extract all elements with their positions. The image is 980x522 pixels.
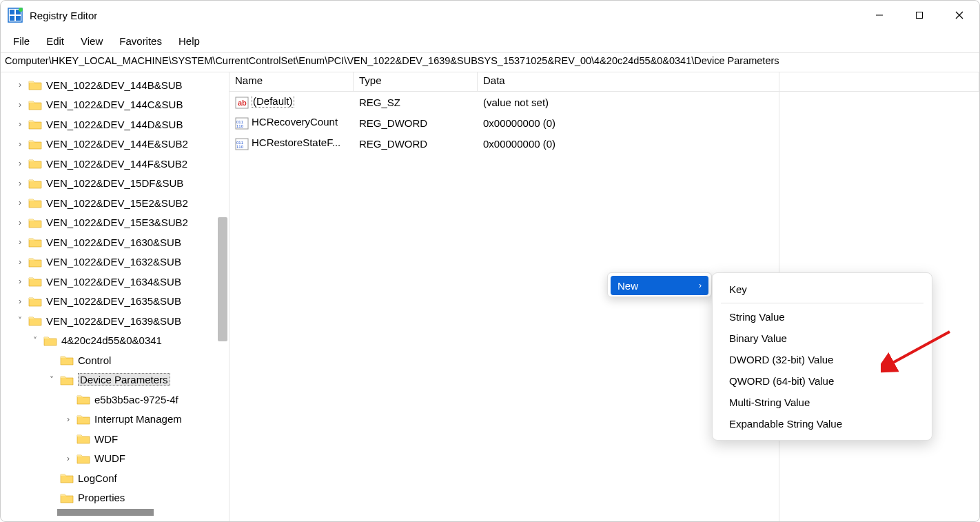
content-area: ›VEN_1022&DEV_144B&SUB›VEN_1022&DEV_144C… <box>1 72 979 522</box>
folder-icon <box>28 79 42 90</box>
tree-node-label: 4&20c24d55&0&0341 <box>61 334 162 346</box>
tree-node[interactable]: ›VEN_1022&DEV_144C&SUB <box>1 95 229 115</box>
submenu-item[interactable]: Key <box>713 279 932 300</box>
value-data: 0x00000000 (0) <box>478 117 979 129</box>
tree-node-label: VEN_1022&DEV_144B&SUB <box>46 79 183 91</box>
tree-node[interactable]: ›VEN_1022&DEV_1634&SUB <box>1 272 229 292</box>
value-type: REG_DWORD <box>354 117 478 129</box>
value-name: (Default) <box>252 95 294 108</box>
tree-node[interactable]: ›VEN_1022&DEV_144F&SUB2 <box>1 154 229 174</box>
tree-node[interactable]: e5b3b5ac-9725-4f <box>1 390 229 410</box>
chevron-right-icon[interactable]: › <box>14 139 25 149</box>
tree-node-label: WUDF <box>94 452 125 464</box>
list-row[interactable]: 011110HCRecoveryCountREG_DWORD0x00000000… <box>229 112 979 133</box>
tree-node[interactable]: ›VEN_1022&DEV_1630&SUB <box>1 232 229 252</box>
tree-node-label: e5b3b5ac-9725-4f <box>94 394 178 405</box>
tree-node[interactable]: ›VEN_1022&DEV_144E&SUB2 <box>1 134 229 154</box>
tree-node[interactable]: Properties <box>1 488 229 508</box>
list-pane[interactable]: Name Type Data ab(Default)REG_SZ(value n… <box>229 72 979 522</box>
chevron-right-icon[interactable]: › <box>14 100 25 110</box>
submenu-item[interactable]: String Value <box>713 306 932 328</box>
list-row[interactable]: 011110HCRestoreStateF...REG_DWORD0x00000… <box>229 133 979 154</box>
column-header-data[interactable]: Data <box>478 72 979 91</box>
tree-node-label: VEN_1022&DEV_15DF&SUB <box>46 177 183 189</box>
tree-pane[interactable]: ›VEN_1022&DEV_144B&SUB›VEN_1022&DEV_144C… <box>1 72 229 522</box>
context-menu-new[interactable]: New › <box>611 276 708 295</box>
chevron-right-icon[interactable]: › <box>14 119 25 129</box>
tree-node[interactable]: WDF <box>1 429 229 449</box>
value-data: 0x00000000 (0) <box>478 138 979 150</box>
tree-node-label: VEN_1022&DEV_144D&SUB <box>46 119 183 130</box>
tree-node-label: Device Parameters <box>78 373 170 386</box>
maximize-button[interactable] <box>899 1 939 30</box>
tree-node[interactable]: ›WUDF <box>1 449 229 469</box>
chevron-right-icon[interactable]: › <box>14 159 25 168</box>
tree-node[interactable]: ›VEN_1022&DEV_144D&SUB <box>1 114 229 134</box>
tree-node-label: VEN_1022&DEV_144F&SUB2 <box>46 158 187 170</box>
folder-icon <box>76 394 90 405</box>
column-header-name[interactable]: Name <box>229 72 354 91</box>
tree-node[interactable]: LogConf <box>1 468 229 488</box>
address-bar[interactable]: Computer\HKEY_LOCAL_MACHINE\SYSTEM\Curre… <box>1 53 979 72</box>
chevron-right-icon[interactable]: › <box>14 297 25 306</box>
svg-rect-1 <box>10 10 14 14</box>
chevron-right-icon[interactable]: › <box>14 257 25 267</box>
folder-icon <box>28 178 42 189</box>
submenu-item[interactable]: Multi-String Value <box>713 392 932 413</box>
tree-node[interactable]: ›VEN_1022&DEV_15E3&SUB2 <box>1 213 229 233</box>
submenu-item[interactable]: Expandable String Value <box>713 413 932 434</box>
tree-node[interactable]: ˅VEN_1022&DEV_1639&SUB <box>1 311 229 331</box>
folder-icon <box>28 276 42 287</box>
context-submenu-new: KeyString ValueBinary ValueDWORD (32-bit… <box>712 272 932 441</box>
folder-icon <box>60 354 74 365</box>
tree-node[interactable]: ˅4&20c24d55&0&0341 <box>1 331 229 351</box>
folder-icon <box>28 237 42 248</box>
tree-node[interactable]: ›VEN_1022&DEV_1635&SUB <box>1 292 229 312</box>
chevron-right-icon[interactable]: › <box>14 80 25 90</box>
chevron-right-icon[interactable]: › <box>14 198 25 208</box>
chevron-right-icon[interactable]: › <box>14 277 25 286</box>
column-header-type[interactable]: Type <box>354 72 478 91</box>
list-row[interactable]: ab(Default)REG_SZ(value not set) <box>229 92 979 112</box>
tree-node[interactable]: ˅Device Parameters <box>1 370 229 390</box>
tree-node-label: VEN_1022&DEV_1639&SUB <box>46 315 181 327</box>
folder-icon <box>28 217 42 228</box>
window-title: Registry Editor <box>30 10 859 21</box>
chevron-right-icon[interactable]: › <box>63 454 74 463</box>
context-menu: New › <box>607 272 712 297</box>
close-button[interactable] <box>939 1 979 30</box>
submenu-item[interactable]: Binary Value <box>713 328 932 349</box>
chevron-down-icon[interactable]: ˅ <box>46 375 57 385</box>
tree-node[interactable]: ›VEN_1022&DEV_1632&SUB <box>1 252 229 272</box>
tree-node[interactable]: ›Interrupt Managem <box>1 410 229 430</box>
menu-file[interactable]: File <box>5 31 38 51</box>
tree-node-label: VEN_1022&DEV_144C&SUB <box>46 99 183 110</box>
submenu-item[interactable]: QWORD (64-bit) Value <box>713 370 932 392</box>
tree-node[interactable]: Control <box>1 350 229 370</box>
tree-node-label: VEN_1022&DEV_144E&SUB2 <box>46 138 188 150</box>
folder-icon <box>60 374 74 385</box>
tree-node[interactable]: ›VEN_1022&DEV_15E2&SUB2 <box>1 193 229 213</box>
horizontal-scrollbar-thumb[interactable] <box>57 509 154 516</box>
minimize-button[interactable] <box>859 1 899 30</box>
menu-help[interactable]: Help <box>170 31 208 51</box>
svg-text:ab: ab <box>238 99 247 107</box>
tree-node[interactable]: ›VEN_1022&DEV_15DF&SUB <box>1 174 229 194</box>
chevron-right-icon: › <box>699 281 702 290</box>
menu-view[interactable]: View <box>72 31 111 51</box>
chevron-down-icon[interactable]: ˅ <box>30 336 41 345</box>
menu-edit[interactable]: Edit <box>38 31 72 51</box>
tree-node[interactable]: ›VEN_1022&DEV_144B&SUB <box>1 75 229 95</box>
chevron-right-icon[interactable]: › <box>14 237 25 247</box>
menubar: File Edit View Favorites Help <box>1 30 979 53</box>
chevron-down-icon[interactable]: ˅ <box>14 316 25 325</box>
submenu-item[interactable]: DWORD (32-bit) Value <box>713 349 932 370</box>
folder-icon <box>28 315 42 326</box>
vertical-scrollbar-thumb[interactable] <box>218 217 227 341</box>
chevron-right-icon[interactable]: › <box>14 179 25 188</box>
chevron-right-icon[interactable]: › <box>63 414 74 424</box>
folder-icon <box>43 335 57 346</box>
svg-rect-4 <box>16 16 21 21</box>
menu-favorites[interactable]: Favorites <box>111 31 170 51</box>
chevron-right-icon[interactable]: › <box>14 218 25 228</box>
